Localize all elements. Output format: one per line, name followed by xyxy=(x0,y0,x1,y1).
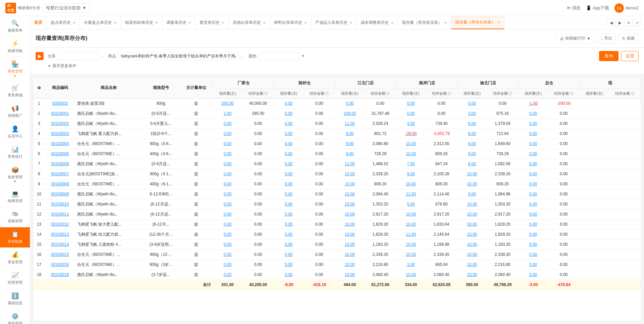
close-tab-disassemble[interactable]: ✕ xyxy=(155,21,158,25)
cell-jiangbei-stock[interactable]: 109.00 xyxy=(335,108,364,119)
cell-factory-stock[interactable]: 0.00 xyxy=(213,179,242,189)
cell-total-stock[interactable]: 0.00 xyxy=(519,229,548,239)
cell-nanan-stock[interactable]: 11.00 xyxy=(396,229,425,239)
cell-total-stock[interactable]: 0.00 xyxy=(519,159,548,169)
cell-yubei-stock[interactable]: 9.00 xyxy=(458,149,487,159)
cell-total-stock[interactable]: 0.00 xyxy=(519,129,548,139)
sidebar-item-member[interactable]: 👤 会员中心 xyxy=(0,122,30,142)
cell-total-stock[interactable]: 0.00 xyxy=(519,119,548,129)
cell-jiangbei-stock[interactable]: 10.00 xyxy=(335,209,364,219)
col-settings[interactable]: ⚙ xyxy=(33,78,45,98)
cell-nanan-stock[interactable]: 10.00 xyxy=(396,179,425,189)
cell-yubei-stock[interactable]: 10.00 xyxy=(458,199,487,209)
cell-yubei-stock[interactable]: 10.00 xyxy=(458,169,487,179)
cell-code[interactable]: 00100014 xyxy=(45,239,75,249)
cell-total-stock[interactable]: 0.00 xyxy=(519,270,548,280)
cell-factory-stock[interactable]: 0.00 xyxy=(213,139,242,149)
sidebar-item-ops[interactable]: 📈 经营管理 xyxy=(0,268,30,289)
sidebar-item-basic[interactable]: ℹ️ 基础信息 xyxy=(0,289,30,309)
cell-code[interactable]: 00100009 xyxy=(45,189,75,199)
cell-nanan-stock[interactable]: 10.00 xyxy=(396,209,425,219)
tab-product-in[interactable]: 产成品入库单历史 ✕ xyxy=(311,16,357,29)
cell-factory-stock[interactable]: 200.00 xyxy=(213,98,242,108)
product-input[interactable] xyxy=(118,52,239,60)
cell-nanan-stock[interactable]: 3.00 xyxy=(396,119,425,129)
setting-btn[interactable]: 设置 xyxy=(621,51,639,61)
cell-yubei-stock[interactable]: 10.00 xyxy=(458,249,487,260)
sidebar-item-quick-nav[interactable]: ⚡ 快捷导航 xyxy=(0,37,30,57)
cell-cmc-stock[interactable]: 0.00 xyxy=(274,239,303,249)
cell-factory-stock[interactable]: 0.00 xyxy=(213,270,242,280)
close-tab-stock-dist[interactable]: ✕ xyxy=(497,21,500,24)
cell-jiangbei-stock[interactable]: 10.00 xyxy=(335,249,364,260)
cell-nanan-stock[interactable]: 10.00 xyxy=(396,219,425,229)
cell-code[interactable]: 00100016 xyxy=(45,260,75,270)
cell-nanan-stock[interactable]: 5.00 xyxy=(396,199,425,209)
cell-code[interactable]: 00100015 xyxy=(45,249,75,260)
close-tab-requisition[interactable]: ✕ xyxy=(222,21,224,25)
total-info-icon[interactable]: ⓘ xyxy=(570,92,573,95)
cell-factory-stock[interactable]: 0.00 xyxy=(213,260,242,270)
tab-branch-inventory[interactable]: 分量盘点单历史 ✕ xyxy=(80,16,121,29)
cell-factory-stock[interactable]: 0.00 xyxy=(213,129,242,139)
yubei-info-icon[interactable]: ⓘ xyxy=(509,92,512,95)
query-btn[interactable]: 查询 xyxy=(599,51,619,61)
tab-fullscreen-btn[interactable]: ⤢ xyxy=(633,19,641,27)
cell-nanan-stock[interactable]: -39.00 xyxy=(396,129,425,139)
cell-jiangbei-stock[interactable]: 10.00 xyxy=(335,260,364,270)
cell-jiangbei-stock[interactable]: 10.00 xyxy=(335,219,364,229)
cell-yubei-stock[interactable]: 0.00 xyxy=(458,98,487,108)
cell-code[interactable]: 00100010 xyxy=(45,199,75,209)
close-tab-transfer[interactable]: ✕ xyxy=(189,21,191,25)
cell-nanan-stock[interactable]: 9.00 xyxy=(396,169,425,179)
cell-code[interactable]: 00100002 xyxy=(45,119,75,129)
sidebar-item-wholesale[interactable]: 📦 批发管理 ▼ xyxy=(0,163,30,187)
cell-jiangbei-stock[interactable]: 11.00 xyxy=(335,119,364,129)
sidebar-item-finance[interactable]: 💰 资金管理 xyxy=(0,248,30,268)
tab-home[interactable]: 首页 xyxy=(30,16,47,29)
sidebar-item-retail-mall[interactable]: 🛒 零售商城 xyxy=(0,81,30,101)
factory-info-icon[interactable]: ⓘ xyxy=(264,92,268,95)
warehouse-input[interactable] xyxy=(58,52,98,60)
cell-code[interactable]: 00100012 xyxy=(45,219,75,229)
cell-factory-stock[interactable]: 0.00 xyxy=(213,239,242,249)
cell-total-stock[interactable]: 0.00 xyxy=(519,139,548,149)
sidebar-item-marketing[interactable]: 📢 营销推广 xyxy=(0,101,30,122)
cmc-info-icon[interactable]: ⓘ xyxy=(325,92,329,95)
print-btn[interactable]: 🖨 按模板打印 ▼ xyxy=(556,34,594,43)
close-tab-product-in[interactable]: ✕ xyxy=(350,21,352,25)
sidebar-item-retail-mgmt[interactable]: 🏪 零售管理 ▲ xyxy=(0,57,30,81)
cell-code[interactable]: 0000003 xyxy=(45,98,75,108)
cell-yubei-stock[interactable]: 10.00 xyxy=(458,239,487,249)
cell-cmc-stock[interactable]: 0.00 xyxy=(274,219,303,229)
cell-jiangbei-stock[interactable]: 10.00 xyxy=(335,199,364,209)
cell-total-stock[interactable]: 0.00 xyxy=(519,108,548,119)
cell-cmc-stock[interactable]: 0.00 xyxy=(274,209,303,219)
cell-jiangbei-stock[interactable]: 9.00 xyxy=(335,129,364,139)
cell-code[interactable]: 00100008 xyxy=(45,179,75,189)
cell-nanan-stock[interactable]: 3.00 xyxy=(396,260,425,270)
app-download-btn[interactable]: 📱 App下载 xyxy=(586,5,609,11)
cell-code[interactable]: 00100011 xyxy=(45,209,75,219)
cell-yubei-stock[interactable]: 8.00 xyxy=(458,139,487,149)
cell-total-stock[interactable]: 0.00 xyxy=(519,149,548,159)
cell-code[interactable]: 00100013 xyxy=(45,229,75,239)
cell-code[interactable]: 00100001 xyxy=(45,108,75,119)
tab-close-btn[interactable]: ✕ xyxy=(625,19,633,27)
close-tab-branch-inventory[interactable]: ✕ xyxy=(114,21,117,25)
cell-jiangbei-stock[interactable]: 9.00 xyxy=(335,149,364,159)
cell-total-stock[interactable]: 0.00 xyxy=(519,189,548,199)
tab-requisition[interactable]: 要货单历史 ✕ xyxy=(196,16,229,29)
user-area[interactable]: Ea demo2 xyxy=(614,3,639,13)
tab-inventory-check[interactable]: 盘点单历史 ✕ xyxy=(47,16,80,29)
cell-nanan-stock[interactable]: 11.00 xyxy=(396,189,425,199)
cell-cmc-stock[interactable]: 0.00 xyxy=(274,249,303,260)
cell-factory-stock[interactable]: 0.00 xyxy=(213,169,242,179)
cell-nanan-stock[interactable]: 10.00 xyxy=(396,139,425,149)
cell-factory-stock[interactable]: 0.00 xyxy=(213,119,242,129)
cell-jiangbei-stock[interactable]: 10.00 xyxy=(335,239,364,249)
tab-other-out[interactable]: 其他出库单历史 ✕ xyxy=(229,16,270,29)
cell-factory-stock[interactable]: 0.00 xyxy=(213,189,242,199)
cell-factory-stock[interactable]: 0.00 xyxy=(213,149,242,159)
cell-factory-stock[interactable]: 1.00 xyxy=(213,108,242,119)
